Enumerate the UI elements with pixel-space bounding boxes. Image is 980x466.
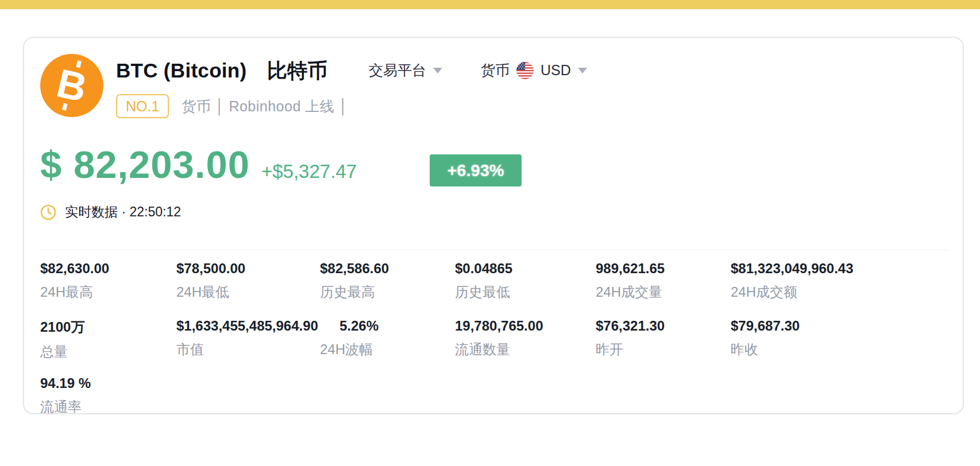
stat-label: 24H最高 bbox=[40, 283, 176, 301]
stat-value: 989,621.65 bbox=[596, 261, 731, 277]
coin-tags: 货币 │ Robinhood 上线 │ bbox=[182, 97, 348, 116]
stat-circulation-rate: 94.19 % 流通率 bbox=[40, 375, 176, 413]
price-change-percent-badge: +6.93% bbox=[430, 154, 522, 187]
divider bbox=[40, 250, 949, 250]
stat-ath: $82,586.60 历史最高 bbox=[320, 261, 455, 298]
stat-total-supply: 2100万 总量 bbox=[40, 318, 176, 356]
stat-24h-volume: 989,621.65 24H成交量 bbox=[596, 261, 731, 298]
stat-label: 流通率 bbox=[40, 398, 176, 416]
stat-value: $1,633,455,485,964.90 bbox=[176, 318, 320, 334]
stat-label: 历史最高 bbox=[320, 283, 455, 301]
chevron-down-icon bbox=[433, 68, 442, 73]
stat-label: 24H波幅 bbox=[320, 340, 455, 359]
stat-circulating-supply: 19,780,765.00 流通数量 bbox=[455, 318, 596, 356]
price-row: $ 82,203.00 +$5,327.47 bbox=[40, 142, 357, 187]
top-accent-bar bbox=[0, 0, 980, 9]
stat-label: 24H成交额 bbox=[731, 283, 949, 301]
stat-value: 94.19 % bbox=[40, 375, 176, 391]
exchange-dropdown[interactable]: 交易平台 bbox=[369, 61, 442, 80]
stat-value: $0.04865 bbox=[455, 261, 596, 277]
stat-label: 总量 bbox=[40, 343, 176, 361]
stat-value: 2100万 bbox=[40, 318, 176, 336]
stat-value: 5.26% bbox=[320, 318, 455, 334]
stat-prev-close: $79,687.30 昨收 bbox=[731, 318, 949, 356]
stat-24h-turnover: $81,323,049,960.43 24H成交额 bbox=[731, 261, 949, 298]
stat-label: 昨收 bbox=[731, 340, 949, 359]
badge-row: NO.1 货币 │ Robinhood 上线 │ bbox=[116, 94, 348, 118]
stat-label: 流通数量 bbox=[455, 340, 596, 359]
exchange-dropdown-label: 交易平台 bbox=[369, 61, 426, 80]
currency-dropdown-label: 货币 bbox=[481, 61, 510, 80]
stat-atl: $0.04865 历史最低 bbox=[455, 261, 596, 298]
stat-value: $82,586.60 bbox=[320, 261, 455, 277]
stat-value: 19,780,765.00 bbox=[455, 318, 596, 334]
us-flag-icon bbox=[516, 62, 534, 79]
stat-24h-low: $78,500.00 24H最低 bbox=[176, 261, 320, 298]
stat-24h-amplitude: 5.26% 24H波幅 bbox=[320, 318, 455, 356]
stat-market-cap: $1,633,455,485,964.90 市值 bbox=[176, 318, 320, 356]
bitcoin-logo: B bbox=[40, 54, 103, 117]
stat-value: $76,321.30 bbox=[596, 318, 731, 334]
stat-value: $82,630.00 bbox=[40, 261, 176, 277]
stat-label: 市值 bbox=[176, 340, 320, 359]
stat-value: $81,323,049,960.43 bbox=[731, 261, 949, 277]
stat-label: 昨开 bbox=[596, 340, 731, 359]
current-price: $ 82,203.00 bbox=[40, 142, 250, 187]
stat-label: 历史最低 bbox=[455, 283, 596, 301]
currency-dropdown[interactable]: 货币 USD bbox=[481, 61, 587, 80]
clock-icon bbox=[40, 204, 56, 220]
realtime-row: 实时数据 · 22:50:12 bbox=[40, 203, 181, 221]
stat-24h-high: $82,630.00 24H最高 bbox=[40, 261, 176, 298]
rank-badge: NO.1 bbox=[116, 94, 169, 118]
realtime-timestamp: 实时数据 · 22:50:12 bbox=[65, 203, 181, 221]
coin-title: BTC (Bitcoin) 比特币 bbox=[116, 57, 328, 84]
price-change-absolute: +$5,327.47 bbox=[261, 161, 357, 182]
stats-grid: $82,630.00 24H最高 $78,500.00 24H最低 $82,58… bbox=[40, 261, 949, 413]
stat-value: $78,500.00 bbox=[176, 261, 320, 277]
stat-label: 24H成交量 bbox=[596, 283, 731, 301]
stat-value: $79,687.30 bbox=[731, 318, 949, 334]
bitcoin-icon: B bbox=[54, 63, 90, 109]
chevron-down-icon bbox=[578, 68, 587, 73]
stat-label: 24H最低 bbox=[176, 283, 320, 301]
currency-value: USD bbox=[541, 62, 571, 79]
coin-detail-card: B BTC (Bitcoin) 比特币 交易平台 货币 bbox=[23, 37, 964, 414]
stat-prev-open: $76,321.30 昨开 bbox=[596, 318, 731, 356]
